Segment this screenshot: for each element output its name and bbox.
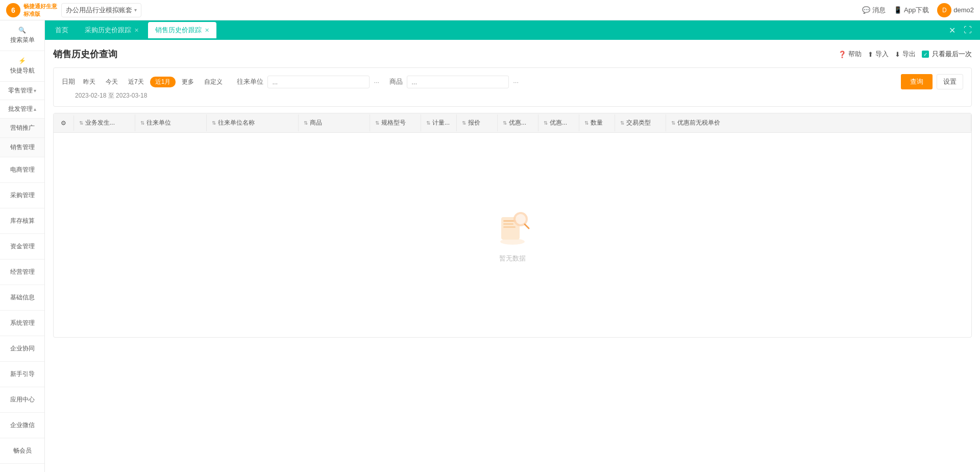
app-selector[interactable]: 办公用品行业模拟账套 ▾ — [61, 3, 141, 17]
sort-icon: ⇅ — [544, 120, 548, 126]
table-header: ⚙ ⇅ 业务发生... ⇅ 往来单位 ⇅ 往来单位名称 — [54, 113, 971, 133]
sidebar-item-wechat[interactable]: 企业微信 — [0, 413, 44, 438]
tab-close-sales[interactable]: ✕ — [205, 27, 209, 34]
sort-icon: ⇅ — [140, 120, 144, 126]
sidebar-item-basic-info[interactable]: 基础信息 — [0, 285, 44, 311]
sidebar-item-marketing[interactable]: 营销推广 — [0, 119, 44, 138]
empty-illustration — [492, 207, 533, 248]
content-area: 首页 采购历史价跟踪 ✕ 销售历史价跟踪 ✕ ✕ ⛶ 销售历史价查询 — [45, 20, 980, 472]
th-product[interactable]: ⇅ 商品 — [299, 114, 370, 131]
th-discount1[interactable]: ⇅ 优惠... — [498, 114, 538, 131]
header-right: 💬 消息 📱 App下载 D demo2 — [862, 3, 974, 17]
date-tab-yesterday[interactable]: 昨天 — [79, 77, 100, 87]
date-tab-today[interactable]: 今天 — [102, 77, 122, 87]
message-icon: 💬 — [862, 6, 870, 14]
gear-icon: ⚙ — [61, 120, 66, 127]
th-trade-type[interactable]: ⇅ 交易类型 — [615, 114, 666, 131]
empty-state: 暂无数据 — [492, 176, 533, 294]
help-button[interactable]: ❓ 帮助 — [838, 50, 862, 59]
message-action[interactable]: 💬 消息 — [862, 6, 886, 15]
top-header: 6 畅捷通好生意 标准版 办公用品行业模拟账套 ▾ 💬 消息 📱 App下载 D… — [0, 0, 980, 20]
th-unit-name[interactable]: ⇅ 往来单位名称 — [207, 114, 299, 131]
th-spec[interactable]: ⇅ 规格型号 — [370, 114, 421, 131]
tab-home[interactable]: 首页 — [48, 22, 76, 38]
user-action[interactable]: D demo2 — [937, 3, 974, 17]
date-tabs: 昨天 今天 近7天 近1月 更多 自定义 — [79, 77, 227, 87]
svg-point-6 — [516, 214, 526, 224]
product-picker-button[interactable]: ··· — [513, 78, 519, 86]
th-unit-code[interactable]: ⇅ 往来单位 — [135, 114, 207, 131]
nav-icon: ⚡ — [18, 57, 26, 64]
tab-sales-history[interactable]: 销售历史价跟踪 ✕ — [148, 22, 216, 38]
th-price[interactable]: ⇅ 报价 — [457, 114, 498, 131]
sidebar-item-guide[interactable]: 新手引导 — [0, 362, 44, 387]
date-tab-1month[interactable]: 近1月 — [150, 77, 176, 87]
date-range-display: 2023-02-18 至 2023-03-18 — [62, 91, 963, 100]
search-icon: 🔍 — [18, 27, 26, 34]
sidebar-item-operations[interactable]: 经营管理 — [0, 259, 44, 285]
tab-close-purchase[interactable]: ✕ — [134, 27, 139, 34]
unit-input[interactable] — [267, 76, 370, 88]
logo-text: 畅捷通好生意 标准版 — [23, 3, 57, 17]
sidebar-item-system[interactable]: 系统管理 — [0, 311, 44, 336]
th-qty[interactable]: ⇅ 数量 — [579, 114, 615, 131]
th-date[interactable]: ⇅ 业务发生... — [74, 114, 135, 131]
settings-button[interactable]: 设置 — [937, 74, 963, 89]
sidebar-item-wholesale-mgmt[interactable]: 批发管理 ▴ — [0, 100, 44, 119]
tab-bar-actions: ✕ ⛶ — [947, 25, 978, 36]
main-layout: 🔍 搜索菜单 ⚡ 快捷导航 零售管理 ▾ 批发管理 ▴ 营销推广 销售管理 电商… — [0, 20, 980, 472]
sidebar-item-quick-nav[interactable]: ⚡ 快捷导航 — [0, 51, 44, 82]
sidebar-item-finance[interactable]: 资金管理 — [0, 234, 44, 259]
import-icon: ⬆ — [868, 51, 873, 58]
export-icon: ⬇ — [895, 51, 900, 58]
avatar: D — [937, 3, 951, 17]
page-content: 销售历史价查询 ❓ 帮助 ⬆ 导入 ⬇ 导出 ✓ — [45, 40, 980, 472]
sidebar-item-sales-mgmt[interactable]: 销售管理 — [0, 138, 44, 157]
sidebar-item-ecommerce[interactable]: 电商管理 — [0, 157, 44, 183]
date-tab-custom[interactable]: 自定义 — [200, 77, 227, 87]
sort-icon: ⇅ — [304, 120, 308, 126]
empty-text: 暂无数据 — [499, 254, 526, 263]
date-tab-7days[interactable]: 近7天 — [124, 77, 148, 87]
sort-icon: ⇅ — [620, 120, 624, 126]
sort-icon: ⇅ — [671, 120, 675, 126]
logo-icon: 6 — [6, 3, 20, 17]
last-only-checkbox[interactable]: ✓ — [922, 51, 929, 58]
sidebar-item-app-center[interactable]: 应用中心 — [0, 387, 44, 413]
query-button[interactable]: 查询 — [901, 74, 933, 89]
svg-line-7 — [525, 224, 529, 228]
product-filter-group: 商品 ··· — [389, 76, 519, 88]
th-unit[interactable]: ⇅ 计量... — [421, 114, 457, 131]
sort-icon: ⇅ — [79, 120, 83, 126]
sort-icon: ⇅ — [375, 120, 379, 126]
tab-purchase-history[interactable]: 采购历史价跟踪 ✕ — [78, 22, 146, 38]
sidebar-item-search-menu[interactable]: 🔍 搜索菜单 — [0, 20, 44, 51]
th-notax-price[interactable]: ⇅ 优惠前无税单价 — [666, 114, 971, 131]
svg-rect-3 — [503, 223, 513, 225]
sidebar-item-retail-mgmt[interactable]: 零售管理 ▾ — [0, 82, 44, 100]
maximize-button[interactable]: ⛶ — [962, 25, 974, 36]
logo-area: 6 畅捷通好生意 标准版 — [6, 3, 57, 17]
th-discount2[interactable]: ⇅ 优惠... — [538, 114, 579, 131]
sidebar-item-purchase[interactable]: 采购管理 — [0, 183, 44, 208]
sidebar-item-enterprise[interactable]: 企业协同 — [0, 336, 44, 362]
sort-icon: ⇅ — [503, 120, 507, 126]
table-body: 暂无数据 — [54, 133, 971, 337]
date-filter-group: 日期 昨天 今天 近7天 近1月 更多 自定义 — [62, 77, 227, 87]
sidebar-item-membership[interactable]: 畅会员 — [0, 438, 44, 464]
app-download-action[interactable]: 📱 App下载 — [894, 6, 929, 15]
export-button[interactable]: ⬇ 导出 — [895, 50, 916, 59]
filter-actions: 查询 设置 — [901, 74, 963, 89]
import-button[interactable]: ⬆ 导入 — [868, 50, 889, 59]
download-icon: 📱 — [894, 6, 902, 14]
date-tab-more[interactable]: 更多 — [178, 77, 198, 87]
chevron-up-icon: ▴ — [34, 106, 36, 112]
th-settings[interactable]: ⚙ — [54, 115, 74, 131]
sort-icon: ⇅ — [426, 120, 430, 126]
sort-icon: ⇅ — [212, 120, 216, 126]
close-all-tabs-button[interactable]: ✕ — [947, 25, 958, 36]
product-input[interactable] — [407, 76, 509, 88]
tab-bar: 首页 采购历史价跟踪 ✕ 销售历史价跟踪 ✕ ✕ ⛶ — [45, 20, 980, 40]
unit-picker-button[interactable]: ··· — [374, 78, 379, 86]
sidebar-item-inventory[interactable]: 库存核算 — [0, 208, 44, 234]
